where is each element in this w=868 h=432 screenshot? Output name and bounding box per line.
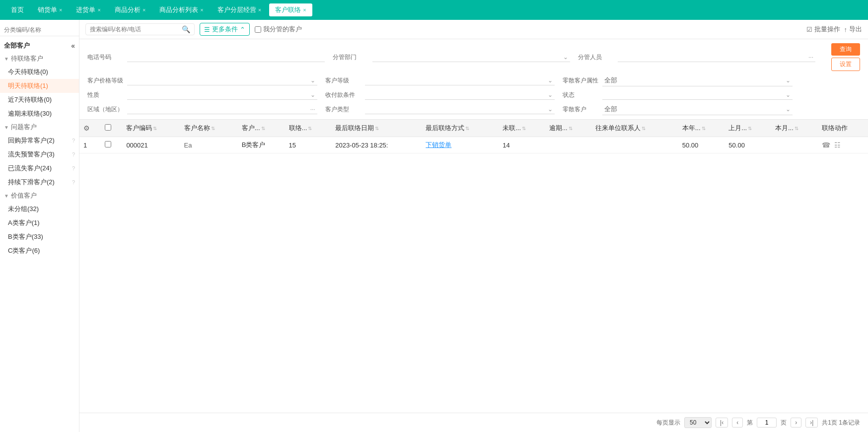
row-select-checkbox-0[interactable] [105, 141, 111, 147]
row-last-date-0: 2023-05-23 18:25: [331, 137, 422, 153]
search-input-wrap: 🔍 [85, 23, 195, 35]
sidebar-item-week[interactable]: 近7天待联络(0) [0, 93, 79, 107]
nav-close-customer-tier[interactable]: × [258, 7, 261, 13]
contact-person-sort-icon[interactable]: ⇅ [642, 126, 646, 131]
batch-op-label: 批量操作 [814, 25, 840, 34]
nav-item-customer-contact[interactable]: 客户联络× [269, 3, 312, 16]
checkbox-icon: ☑ [806, 26, 812, 33]
filter-payment-select[interactable]: ⌄ [365, 90, 555, 100]
filter-retail-attr-select[interactable]: 全部⌄ [602, 75, 793, 86]
filter-actions: 查询 设置 [831, 43, 860, 71]
settings-btn[interactable]: 设置 [831, 58, 860, 71]
pagination: 每页显示 50 100 200 |‹ ‹ 第 页 › ›| 共1页 1条记录 [79, 413, 868, 432]
export-btn[interactable]: ↑ 导出 [844, 25, 863, 34]
nav-item-purchase[interactable]: 进货单× [70, 3, 106, 16]
pending-items-container: 今天待联络(0)明天待联络(1)近7天待联络(0)逾期未联络(30) [0, 65, 79, 121]
filter-panel: 电话号码 分管部门 ⌄ 分管人员 ··· 查询 设置 [79, 39, 868, 120]
customer-type-caret: ⌄ [548, 106, 553, 113]
filter-area-select[interactable]: ··· [127, 105, 317, 114]
sidebar-search-input[interactable] [4, 26, 78, 33]
row-last-method-0[interactable]: 下销货单 [422, 137, 499, 153]
nav-close-goods-analysis[interactable]: × [143, 7, 145, 13]
nav-item-goods-analysis[interactable]: 商品分析× [109, 3, 151, 16]
row-uncontacted-0: 14 [499, 137, 545, 153]
filter-price-level-select[interactable]: ⌄ [127, 76, 317, 85]
row-type-0: B类客户 [238, 137, 285, 153]
sidebar-item-type-a[interactable]: A类客户(1) [0, 216, 79, 230]
search-input[interactable] [90, 26, 179, 33]
collapse-icon[interactable]: « [71, 42, 75, 50]
search-bar: 🔍 ☰ 更多条件 ⌃ 我分管的客户 ☑ 批量操作 ↑ 导出 [79, 20, 868, 39]
filter-dept-select[interactable]: ⌄ [372, 53, 570, 62]
my-customers-checkbox[interactable] [255, 26, 261, 33]
dept-caret: ⌄ [563, 54, 568, 61]
sidebar-item-overdue[interactable]: 逾期未联络(30) [0, 107, 79, 121]
select-all-checkbox[interactable] [105, 124, 111, 131]
customer-level-caret: ⌄ [548, 77, 553, 84]
search-submit-icon[interactable]: 🔍 [182, 25, 190, 33]
nav-close-purchase[interactable]: × [97, 7, 100, 13]
my-customers-checkbox-wrap[interactable]: 我分管的客户 [255, 25, 302, 34]
help-icon-lost: ? [72, 165, 75, 171]
filter-row-1: 电话号码 分管部门 ⌄ 分管人员 ··· 查询 设置 [87, 43, 860, 71]
sidebar-item-ungrouped[interactable]: 未分组(32) [0, 202, 79, 216]
last-month-sort-icon[interactable]: ⇅ [748, 126, 752, 131]
last-page-btn[interactable]: ›| [805, 418, 818, 428]
uncontacted-sort-icon[interactable]: ⇅ [522, 126, 526, 131]
first-page-btn[interactable]: |‹ [716, 418, 728, 428]
current-page-input[interactable] [757, 418, 777, 428]
sidebar-item-lost[interactable]: 已流失客户(24)? [0, 161, 79, 175]
nav-close-goods-analysis-list[interactable]: × [200, 7, 203, 13]
action-grid-icon-0[interactable]: ☷ [834, 141, 841, 149]
filter-nature-select[interactable]: ⌄ [127, 90, 317, 100]
more-conditions-btn[interactable]: ☰ 更多条件 ⌃ [200, 23, 250, 36]
nav-item-home[interactable]: 首页 [5, 3, 30, 16]
top-nav: 首页销货单×进货单×商品分析×商品分析列表×客户分层经营×客户联络× [0, 0, 868, 20]
nav-close-customer-contact[interactable]: × [303, 7, 306, 13]
next-page-btn[interactable]: › [791, 418, 801, 428]
col-uncontacted: 未联...⇅ [499, 120, 545, 137]
sidebar-item-type-c[interactable]: C类客户(6) [0, 244, 79, 258]
page-prefix-label: 第 [747, 419, 753, 427]
batch-op-btn[interactable]: ☑ 批量操作 [806, 25, 840, 34]
prev-page-btn[interactable]: ‹ [732, 418, 743, 428]
this-year-sort-icon[interactable]: ⇅ [702, 126, 706, 131]
name-sort-icon[interactable]: ⇅ [211, 126, 215, 131]
last-date-sort-icon[interactable]: ⇅ [375, 126, 379, 131]
sidebar-item-type-b[interactable]: B类客户(33) [0, 230, 79, 244]
per-page-select[interactable]: 50 100 200 [684, 417, 712, 428]
filter-price-level-label: 客户价格等级 [87, 76, 127, 85]
filter-customer-level-select[interactable]: ⌄ [365, 76, 555, 85]
nav-close-sales[interactable]: × [59, 7, 62, 13]
filter-person-select[interactable]: ··· [618, 53, 815, 62]
action-phone-icon-0[interactable]: ☎ [822, 141, 830, 149]
col-name: 客户名称⇅ [180, 120, 238, 137]
row-contact-count-0: 15 [285, 137, 332, 153]
nav-item-customer-tier[interactable]: 客户分层经营× [212, 3, 267, 16]
filter-nature: 性质 ⌄ [87, 90, 317, 100]
sidebar-item-tomorrow[interactable]: 明天待联络(1) [0, 79, 79, 93]
nav-item-goods-analysis-list[interactable]: 商品分析列表× [153, 3, 209, 16]
col-action: 联络动作 [818, 120, 868, 137]
sidebar-item-declining[interactable]: 持续下滑客户(2)? [0, 175, 79, 189]
last-method-link-0[interactable]: 下销货单 [426, 141, 451, 148]
overdue-sort-icon[interactable]: ⇅ [569, 126, 573, 131]
contact-count-sort-icon[interactable]: ⇅ [308, 126, 312, 131]
value-items-container: 未分组(32)A类客户(1)B类客户(33)C类客户(6) [0, 202, 79, 258]
type-sort-icon[interactable]: ⇅ [261, 126, 265, 131]
filter-retail-select[interactable]: 全部⌄ [602, 104, 793, 115]
query-btn[interactable]: 查询 [831, 43, 860, 56]
filter-status-select[interactable]: ⌄ [602, 90, 793, 100]
sidebar-item-repurchase[interactable]: 回购异常客户(2)? [0, 134, 79, 147]
last-method-sort-icon[interactable]: ⇅ [465, 126, 469, 131]
code-sort-icon[interactable]: ⇅ [153, 126, 157, 131]
sidebar-item-today[interactable]: 今天待联络(0) [0, 65, 79, 79]
filter-phone-input[interactable] [127, 53, 325, 62]
settings-col-icon[interactable]: ⚙ [83, 124, 90, 132]
nav-item-sales[interactable]: 销货单× [32, 3, 68, 16]
row-checkbox-0[interactable] [101, 137, 122, 153]
sidebar-item-churn[interactable]: 流失预警客户(3)? [0, 147, 79, 161]
all-customers-header[interactable]: 全部客户 « [0, 39, 79, 52]
filter-customer-type-select[interactable]: ⌄ [365, 105, 555, 114]
this-month-sort-icon[interactable]: ⇅ [795, 126, 798, 131]
